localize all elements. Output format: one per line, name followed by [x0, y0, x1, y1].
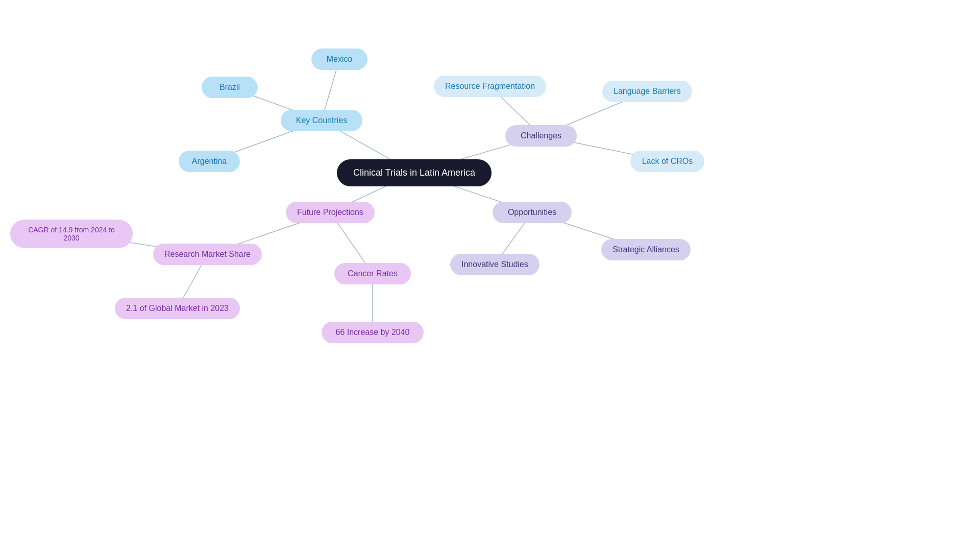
- center-node: Clinical Trials in Latin America: [337, 159, 492, 186]
- innovative-studies-node: Innovative Studies: [450, 254, 540, 275]
- key-countries-node: Key Countries: [281, 110, 362, 131]
- research-market-share-node: Research Market Share: [153, 244, 262, 265]
- opportunities-node: Opportunities: [493, 202, 572, 223]
- cancer-rates-node: Cancer Rates: [334, 263, 411, 284]
- resource-frag-node: Resource Fragmentation: [434, 76, 546, 97]
- future-projections-node: Future Projections: [286, 202, 375, 223]
- strategic-alliances-node: Strategic Alliances: [601, 239, 691, 260]
- lack-cros-node: Lack of CROs: [630, 151, 704, 172]
- argentina-node: Argentina: [179, 151, 240, 172]
- language-barriers-node: Language Barriers: [602, 81, 692, 102]
- global-market-node: 2.1 of Global Market in 2023: [115, 298, 240, 319]
- increase-2040-node: 66 Increase by 2040: [322, 322, 424, 343]
- mexico-node: Mexico: [311, 49, 368, 70]
- brazil-node: Brazil: [202, 77, 258, 98]
- challenges-node: Challenges: [505, 125, 577, 147]
- cagr-node: CAGR of 14.9 from 2024 to 2030: [10, 220, 133, 248]
